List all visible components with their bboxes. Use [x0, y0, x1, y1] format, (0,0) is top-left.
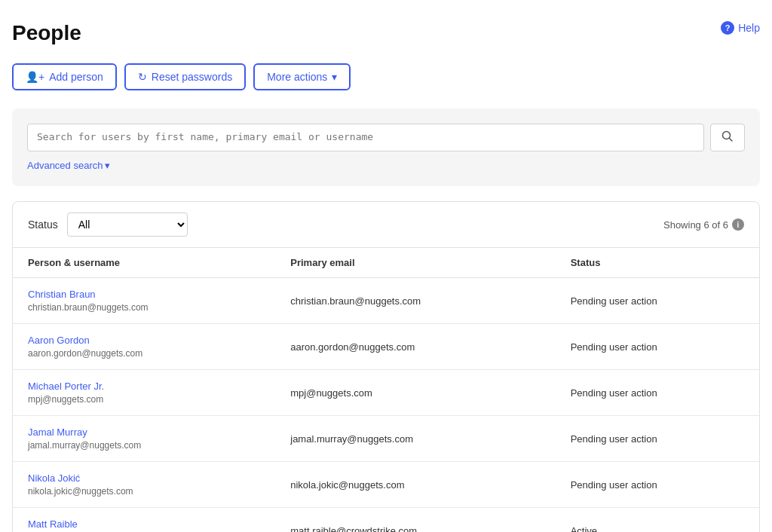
- cell-email: aaron.gordon@nuggets.com: [275, 324, 555, 370]
- cell-email: christian.braun@nuggets.com: [275, 278, 555, 324]
- add-person-label: Add person: [49, 71, 103, 83]
- page-header: People ? Help: [12, 21, 760, 45]
- toolbar: 👤+ Add person ↻ Reset passwords More act…: [12, 63, 760, 90]
- people-table: Person & username Primary email Status C…: [13, 248, 759, 532]
- cell-status: Active: [556, 508, 759, 533]
- person-username: mpj@nuggets.com: [28, 394, 103, 405]
- cell-email: mpj@nuggets.com: [275, 370, 555, 416]
- table-row: Matt Raible matt.raible@crowdstrike.com …: [13, 508, 759, 533]
- advanced-search-arrow-icon: ▾: [105, 160, 110, 171]
- cell-status: Pending user action: [556, 324, 759, 370]
- person-username: nikola.jokic@nuggets.com: [28, 486, 133, 497]
- search-icon: [721, 130, 734, 145]
- search-input[interactable]: [27, 124, 704, 151]
- cell-person: Nikola Jokić nikola.jokic@nuggets.com: [13, 462, 275, 508]
- advanced-search-label: Advanced search: [27, 160, 103, 171]
- cell-person: Jamal Murray jamal.murray@nuggets.com: [13, 416, 275, 462]
- person-username: jamal.murray@nuggets.com: [28, 440, 141, 451]
- reset-passwords-button[interactable]: ↻ Reset passwords: [124, 63, 246, 90]
- content-section: Status All Active Pending Showing 6 of 6…: [12, 201, 760, 532]
- cell-person: Christian Braun christian.braun@nuggets.…: [13, 278, 275, 324]
- col-person-username: Person & username: [13, 248, 275, 278]
- filter-left: Status All Active Pending: [28, 212, 188, 237]
- reset-icon: ↻: [138, 71, 147, 83]
- table-row: Jamal Murray jamal.murray@nuggets.com ja…: [13, 416, 759, 462]
- cell-person: Aaron Gordon aaron.gordon@nuggets.com: [13, 324, 275, 370]
- cell-email: nikola.jokic@nuggets.com: [275, 462, 555, 508]
- info-icon: i: [732, 219, 744, 231]
- cell-email: matt.raible@crowdstrike.com: [275, 508, 555, 533]
- search-button[interactable]: [710, 124, 745, 151]
- cell-email: jamal.murray@nuggets.com: [275, 416, 555, 462]
- add-person-icon: 👤+: [26, 71, 44, 83]
- table-header-row: Person & username Primary email Status: [13, 248, 759, 278]
- person-name-link[interactable]: Michael Porter Jr.: [28, 381, 260, 392]
- showing-count: Showing 6 of 6 i: [663, 219, 744, 231]
- cell-status: Pending user action: [556, 462, 759, 508]
- table-row: Christian Braun christian.braun@nuggets.…: [13, 278, 759, 324]
- more-actions-label: More actions: [267, 71, 327, 83]
- status-select[interactable]: All Active Pending: [67, 212, 188, 237]
- cell-status: Pending user action: [556, 370, 759, 416]
- person-username: aaron.gordon@nuggets.com: [28, 348, 142, 359]
- status-filter-label: Status: [28, 219, 58, 231]
- filter-bar: Status All Active Pending Showing 6 of 6…: [13, 202, 759, 248]
- person-name-link[interactable]: Matt Raible: [28, 518, 260, 530]
- showing-text-label: Showing 6 of 6: [663, 219, 728, 231]
- person-name-link[interactable]: Jamal Murray: [28, 427, 260, 438]
- cell-person: Matt Raible matt.raible@crowdstrike.com: [13, 508, 275, 533]
- advanced-search-toggle[interactable]: Advanced search ▾: [27, 159, 745, 171]
- person-name-link[interactable]: Aaron Gordon: [28, 335, 260, 346]
- search-section: Advanced search ▾: [12, 109, 760, 186]
- cell-person: Michael Porter Jr. mpj@nuggets.com: [13, 370, 275, 416]
- col-status: Status: [556, 248, 759, 278]
- page-title: People: [12, 21, 81, 45]
- help-link[interactable]: ? Help: [721, 21, 760, 35]
- more-actions-arrow-icon: ▾: [332, 71, 337, 83]
- add-person-button[interactable]: 👤+ Add person: [12, 63, 117, 90]
- table-row: Michael Porter Jr. mpj@nuggets.com mpj@n…: [13, 370, 759, 416]
- more-actions-button[interactable]: More actions ▾: [253, 63, 351, 90]
- help-label: Help: [738, 22, 760, 34]
- help-icon: ?: [721, 21, 734, 35]
- reset-passwords-label: Reset passwords: [152, 71, 232, 83]
- table-row: Aaron Gordon aaron.gordon@nuggets.com aa…: [13, 324, 759, 370]
- table-row: Nikola Jokić nikola.jokic@nuggets.com ni…: [13, 462, 759, 508]
- person-name-link[interactable]: Christian Braun: [28, 289, 260, 300]
- col-primary-email: Primary email: [275, 248, 555, 278]
- svg-line-1: [730, 139, 733, 142]
- search-row: [27, 124, 745, 151]
- cell-status: Pending user action: [556, 416, 759, 462]
- person-username: christian.braun@nuggets.com: [28, 302, 149, 313]
- cell-status: Pending user action: [556, 278, 759, 324]
- person-name-link[interactable]: Nikola Jokić: [28, 472, 260, 484]
